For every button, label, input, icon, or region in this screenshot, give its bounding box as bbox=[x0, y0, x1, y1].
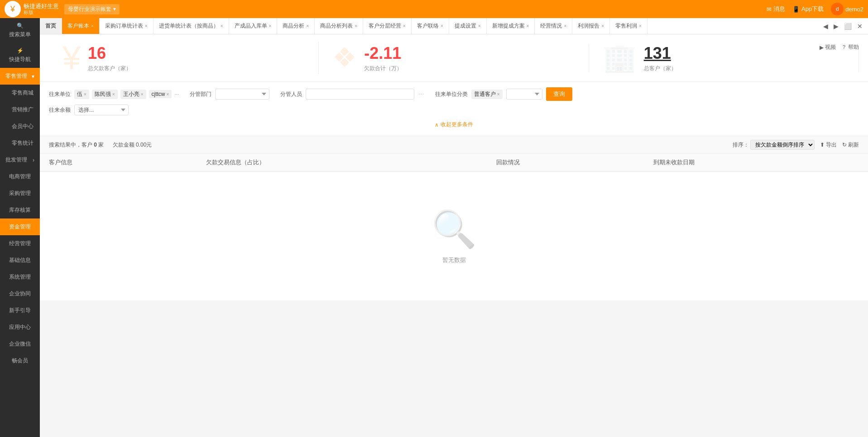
logo-text: 畅捷通好生意 标版 bbox=[24, 3, 59, 16]
sidebar-item-ecommerce[interactable]: 电商管理 bbox=[0, 168, 40, 185]
table-container: 客户信息 欠款交易信息（占比） 回款情况 到期未收款日期 🔍 暂无数据 bbox=[40, 154, 868, 300]
unit-category-tag-normal: 普通客户 × bbox=[471, 90, 503, 99]
tab-close-customer-ledger[interactable]: × bbox=[91, 24, 94, 28]
sidebar-item-capital[interactable]: 资金管理 bbox=[0, 218, 40, 235]
tab-close-customer-contact[interactable]: × bbox=[441, 24, 443, 28]
tab-business-status[interactable]: 经营情况 × bbox=[535, 18, 572, 34]
tab-maximize[interactable]: ⬜ bbox=[842, 22, 854, 31]
export-button[interactable]: ⬆ 导出 bbox=[820, 141, 837, 149]
logo-icon: ¥ bbox=[5, 1, 21, 17]
remove-tag-wang[interactable]: × bbox=[141, 92, 144, 97]
tab-close-customer-segmentation[interactable]: × bbox=[403, 24, 406, 28]
tab-close-purchase-order-stats[interactable]: × bbox=[145, 24, 148, 28]
top-bar-right: ✉ 消息 📱 App下载 d demo2 bbox=[767, 3, 863, 15]
user-avatar-area[interactable]: d demo2 bbox=[831, 3, 863, 15]
chevron-right-icon: › bbox=[33, 157, 34, 163]
col-overdue-info: 欠款交易信息（占比） bbox=[197, 154, 487, 171]
tab-nav-next[interactable]: ▶ bbox=[832, 22, 840, 31]
question-icon: ？ bbox=[841, 43, 847, 51]
sidebar-item-wholesale-mgmt[interactable]: 批发管理 › bbox=[0, 152, 40, 168]
stat-block-total-customers: 🏢 131 总客户（家） bbox=[589, 44, 859, 72]
logo-area: ¥ 畅捷通好生意 标版 bbox=[5, 1, 59, 17]
app-download-button[interactable]: 📱 App下载 bbox=[792, 5, 824, 13]
sidebar-item-operations[interactable]: 经营管理 bbox=[0, 235, 40, 252]
tab-close-all[interactable]: ✕ bbox=[855, 22, 864, 31]
app-wrapper: ¥ 畅捷通好生意 标版 母婴行业演示账套 ▾ ✉ 消息 📱 App下载 d de… bbox=[0, 0, 868, 437]
unit-tag-wu: 伍 × bbox=[74, 90, 89, 99]
sidebar-item-retail-mall[interactable]: 零售商城 bbox=[0, 85, 40, 101]
sidebar-item-quick-nav[interactable]: ⚡ 快捷导航 bbox=[0, 43, 40, 68]
tab-bar-end: ◀ ▶ ⬜ ✕ bbox=[818, 18, 868, 34]
remove-tag-cjttcw[interactable]: × bbox=[167, 92, 169, 97]
query-button[interactable]: 查询 bbox=[546, 87, 572, 101]
sidebar-item-member-center[interactable]: 会员中心 bbox=[0, 118, 40, 135]
tab-finished-goods[interactable]: 产成品入库单 × bbox=[229, 18, 278, 34]
tab-product-analysis-list[interactable]: 商品分析列表 × bbox=[315, 18, 363, 34]
stat-block-total-overdue: ❖ -2.11 欠款合计（万） bbox=[319, 44, 589, 72]
tab-close-business-status[interactable]: × bbox=[564, 24, 566, 28]
sidebar-item-system[interactable]: 系统管理 bbox=[0, 269, 40, 285]
tab-close-purchase-stats[interactable]: × bbox=[221, 24, 223, 28]
messages-button[interactable]: ✉ 消息 bbox=[767, 5, 785, 13]
col-due-date: 到期未收款日期 bbox=[644, 154, 868, 171]
sidebar-item-marketing[interactable]: 营销推广 bbox=[0, 101, 40, 118]
person-filter-input[interactable] bbox=[306, 89, 414, 100]
tab-close-product-analysis-list[interactable]: × bbox=[355, 24, 357, 28]
top-bar: ¥ 畅捷通好生意 标版 母婴行业演示账套 ▾ ✉ 消息 📱 App下载 d de… bbox=[0, 0, 868, 18]
tab-purchase-stats-by-product[interactable]: 进货单统计表（按商品） × bbox=[153, 18, 229, 34]
sort-select[interactable]: 按欠款金额倒序排序 bbox=[750, 140, 815, 150]
filter-more-tags[interactable]: ··· bbox=[174, 91, 179, 97]
sidebar-item-new-guide[interactable]: 新手引导 bbox=[0, 302, 40, 319]
help-button[interactable]: ？ 帮助 bbox=[841, 43, 859, 51]
sidebar-item-enterprise-wechat[interactable]: 企业微信 bbox=[0, 336, 40, 352]
results-actions: 排序： 按欠款金额倒序排序 ⬆ 导出 ↻ 刷新 bbox=[733, 140, 859, 150]
remove-tag-normal[interactable]: × bbox=[497, 92, 500, 97]
sidebar-item-retail-mgmt[interactable]: 零售管理 ▾ bbox=[0, 68, 40, 85]
collapse-button[interactable]: ∧ 收起更多条件 bbox=[435, 121, 473, 128]
filter-row-2: 往来余额 选择... bbox=[49, 104, 859, 115]
remove-tag-chen[interactable]: × bbox=[112, 92, 115, 97]
sidebar-item-search[interactable]: 🔍 搜索菜单 bbox=[0, 18, 40, 43]
sidebar-item-purchase[interactable]: 采购管理 bbox=[0, 185, 40, 202]
sidebar-item-member[interactable]: 畅会员 bbox=[0, 352, 40, 369]
dept-filter-select[interactable] bbox=[215, 89, 269, 100]
tab-close-product-analysis[interactable]: × bbox=[306, 24, 309, 28]
sidebar-item-inventory[interactable]: 库存核算 bbox=[0, 202, 40, 218]
tab-nav-prev[interactable]: ◀ bbox=[821, 22, 830, 31]
tab-customer-segmentation[interactable]: 客户分层经营 × bbox=[363, 18, 412, 34]
sidebar-item-app-center[interactable]: 应用中心 bbox=[0, 319, 40, 336]
tab-retail-profit[interactable]: 零售利润 × bbox=[610, 18, 647, 34]
unit-category-select[interactable] bbox=[506, 89, 542, 100]
tab-close-finished-goods[interactable]: × bbox=[269, 24, 272, 28]
sidebar-item-retail-stats[interactable]: 零售统计 bbox=[0, 135, 40, 152]
play-icon: ▶ bbox=[820, 44, 824, 51]
tab-product-analysis[interactable]: 商品分析 × bbox=[277, 18, 315, 34]
refresh-icon: ↻ bbox=[842, 142, 847, 148]
refresh-button[interactable]: ↻ 刷新 bbox=[842, 141, 859, 149]
tab-close-retail-profit[interactable]: × bbox=[639, 24, 642, 28]
remove-tag-wu[interactable]: × bbox=[84, 92, 86, 97]
tab-commission-settings[interactable]: 提成设置 × bbox=[449, 18, 487, 34]
tab-purchase-order-stats[interactable]: 采购订单统计表 × bbox=[100, 18, 153, 34]
empty-state: 🔍 暂无数据 bbox=[40, 172, 868, 300]
table-header-row: 客户信息 欠款交易信息（占比） 回款情况 到期未收款日期 bbox=[40, 154, 868, 171]
overdue-customers-number: 16 bbox=[88, 44, 131, 63]
balance-filter-select[interactable]: 选择... bbox=[74, 104, 129, 115]
video-button[interactable]: ▶ 视频 bbox=[820, 43, 836, 51]
person-filter-more[interactable]: ··· bbox=[418, 90, 424, 98]
unit-category-tags: 普通客户 × bbox=[471, 90, 503, 99]
tab-profit-report[interactable]: 利润报告 × bbox=[572, 18, 610, 34]
sidebar-item-basic-info[interactable]: 基础信息 bbox=[0, 252, 40, 269]
sidebar-item-enterprise[interactable]: 企业协同 bbox=[0, 285, 40, 302]
tab-close-profit-report[interactable]: × bbox=[601, 24, 604, 28]
empty-text: 暂无数据 bbox=[442, 256, 466, 264]
tab-close-add-commission[interactable]: × bbox=[527, 24, 529, 28]
account-selector[interactable]: 母婴行业演示账套 ▾ bbox=[64, 4, 120, 14]
tab-home[interactable]: 首页 bbox=[40, 18, 62, 34]
tab-close-commission-settings[interactable]: × bbox=[478, 24, 481, 28]
tab-customer-ledger[interactable]: 客户账本 × bbox=[62, 18, 100, 34]
tab-customer-contact[interactable]: 客户联络 × bbox=[412, 18, 449, 34]
balance-filter-label: 往来余额 bbox=[49, 106, 71, 114]
col-repayment: 回款情况 bbox=[487, 154, 644, 171]
tab-add-commission[interactable]: 新增提成方案 × bbox=[487, 18, 535, 34]
